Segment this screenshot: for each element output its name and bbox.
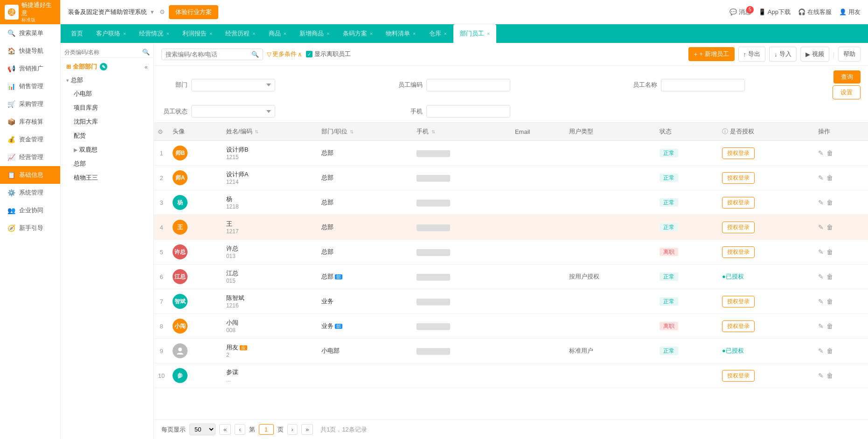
sidebar-item-purchase[interactable]: 🛒 采购管理 xyxy=(0,95,60,113)
tab-close-operation-status[interactable]: × xyxy=(166,31,169,36)
dept-collapse-icon[interactable]: « xyxy=(145,63,148,70)
delete-btn[interactable]: 🗑 xyxy=(826,223,833,231)
sidebar-item-quick-nav[interactable]: 🏠 快捷导航 xyxy=(0,42,60,60)
edit-btn[interactable]: ✎ xyxy=(818,273,824,280)
query-button[interactable]: 查询 xyxy=(833,70,861,84)
tab-home[interactable]: 首页 xyxy=(64,24,90,43)
last-page-btn[interactable]: » xyxy=(301,424,313,435)
delete-btn[interactable]: 🗑 xyxy=(826,322,833,330)
delete-btn[interactable]: 🗑 xyxy=(826,248,833,256)
dept-item-plant[interactable]: 植物王三 xyxy=(61,171,153,185)
auth-btn[interactable]: 授权登录 xyxy=(722,296,755,307)
set-button[interactable]: 设置 xyxy=(833,85,861,99)
delete-btn[interactable]: 🗑 xyxy=(826,149,833,157)
sidebar-item-guide[interactable]: 🧭 新手引导 xyxy=(0,219,60,237)
add-employee-button[interactable]: + + 新增员工 xyxy=(688,47,735,61)
dept-item-electric[interactable]: 小电部 xyxy=(61,87,153,101)
dept-search-icon[interactable]: 🔍 xyxy=(142,49,150,56)
edit-btn[interactable]: ✎ xyxy=(818,322,824,330)
tab-close-customer[interactable]: × xyxy=(123,31,126,36)
tab-close-history[interactable]: × xyxy=(252,31,255,36)
dept-all[interactable]: ⊞ 全部部门 ✎ « xyxy=(61,60,153,74)
tab-close-goods[interactable]: × xyxy=(284,31,286,36)
export-button[interactable]: ↑ 导出 xyxy=(738,47,766,62)
sidebar-item-system[interactable]: ⚙️ 系统管理 xyxy=(0,184,60,202)
emp-name-input[interactable] xyxy=(661,79,745,91)
column-settings-icon[interactable]: ⚙ xyxy=(158,128,163,135)
sidebar-item-sales[interactable]: 📊 销售管理 xyxy=(0,77,60,95)
edit-btn[interactable]: ✎ xyxy=(818,372,824,379)
sidebar-item-finance[interactable]: 💰 资金管理 xyxy=(0,131,60,148)
edit-btn[interactable]: ✎ xyxy=(818,199,824,206)
video-button[interactable]: ▶ 视频 xyxy=(800,47,829,62)
next-page-btn[interactable]: › xyxy=(287,424,298,435)
delete-btn[interactable]: 🗑 xyxy=(826,298,833,305)
edit-btn[interactable]: ✎ xyxy=(818,149,824,157)
tab-close-bom[interactable]: × xyxy=(413,31,416,36)
tab-operation-status[interactable]: 经营情况 × xyxy=(132,24,175,43)
tab-close-add-goods[interactable]: × xyxy=(326,31,329,36)
user-avatar[interactable]: 👤 用友 xyxy=(839,8,861,16)
tab-history[interactable]: 经营历程 × xyxy=(219,24,262,43)
delete-btn[interactable]: 🗑 xyxy=(826,372,833,379)
more-conditions-btn[interactable]: ▽ 更多条件 ∧ xyxy=(267,50,302,58)
page-size-select[interactable]: 50 100 200 xyxy=(189,424,215,435)
tab-add-goods[interactable]: 新增商品 × xyxy=(293,24,336,43)
app-download[interactable]: 📱 App下载 xyxy=(758,8,791,16)
sidebar-item-inventory[interactable]: 📦 库存核算 xyxy=(0,113,60,131)
dept-edit-icon[interactable]: ✎ xyxy=(100,63,107,70)
auth-btn[interactable]: 授权登录 xyxy=(722,147,755,159)
edit-btn[interactable]: ✎ xyxy=(818,298,824,305)
auth-btn[interactable]: 授权登录 xyxy=(722,321,755,332)
help-button[interactable]: 帮助 xyxy=(838,47,861,62)
delete-btn[interactable]: 🗑 xyxy=(826,174,833,181)
sidebar-item-collab[interactable]: 👥 企业协同 xyxy=(0,202,60,219)
search-icon[interactable]: 🔍 xyxy=(251,51,259,58)
delete-btn[interactable]: 🗑 xyxy=(826,347,833,355)
emp-status-select[interactable] xyxy=(191,105,275,118)
dept-item-shenyang[interactable]: 沈阳大库 xyxy=(61,115,153,129)
auth-btn[interactable]: 授权登录 xyxy=(722,246,755,258)
auth-btn[interactable]: 授权登录 xyxy=(722,222,755,233)
tab-profit[interactable]: 利润报告 × xyxy=(176,24,219,43)
dept-item-project[interactable]: 项目库房 xyxy=(61,101,153,115)
online-service[interactable]: 🎧 在线客服 xyxy=(798,8,832,16)
edit-btn[interactable]: ✎ xyxy=(818,223,824,231)
tab-close-profit[interactable]: × xyxy=(209,31,212,36)
sort-name-icon[interactable]: ⇅ xyxy=(255,129,258,134)
tab-barcode[interactable]: 条码方案 × xyxy=(336,24,379,43)
tab-goods[interactable]: 商品 × xyxy=(262,24,293,43)
sort-dept-icon[interactable]: ⇅ xyxy=(350,129,354,134)
emp-code-input[interactable] xyxy=(426,79,510,91)
tab-close-barcode[interactable]: × xyxy=(370,31,373,36)
tab-close-warehouse[interactable]: × xyxy=(444,31,447,36)
sidebar-item-marketing[interactable]: 📢 营销推广 xyxy=(0,60,60,77)
tab-close-employees[interactable]: × xyxy=(487,31,490,36)
dept-item-hq[interactable]: ▾ 总部 xyxy=(61,74,153,87)
tab-customer[interactable]: 客户联络 × xyxy=(90,24,132,43)
dept-item-shuanglu[interactable]: ▶ 双鹿想 xyxy=(61,143,153,157)
edit-btn[interactable]: ✎ xyxy=(818,347,824,355)
trial-btn[interactable]: 体验行业方案 xyxy=(169,5,218,19)
phone-input[interactable] xyxy=(426,105,510,118)
edit-btn[interactable]: ✎ xyxy=(818,248,824,256)
auth-btn[interactable]: 授权登录 xyxy=(722,197,755,209)
sidebar-item-search[interactable]: 🔍 搜索菜单 xyxy=(0,24,60,42)
tab-bom[interactable]: 物料清单 × xyxy=(379,24,422,43)
show-resigned-toggle[interactable]: ✓ 显示离职员工 xyxy=(306,50,351,58)
auth-btn[interactable]: 授权登录 xyxy=(722,370,755,382)
first-page-btn[interactable]: « xyxy=(219,424,231,435)
dept-item-distribution[interactable]: 配货 xyxy=(61,129,153,143)
sort-phone-icon[interactable]: ⇅ xyxy=(431,129,435,134)
tab-employees[interactable]: 部门员工 × xyxy=(453,24,496,43)
message-badge[interactable]: 💬 消息 5 xyxy=(729,8,751,16)
delete-btn[interactable]: 🗑 xyxy=(826,273,833,280)
edit-btn[interactable]: ✎ xyxy=(818,174,824,181)
import-button[interactable]: ↓ 导入 xyxy=(769,47,797,62)
dept-item-hq2[interactable]: 总部 xyxy=(61,157,153,171)
system-dropdown-icon[interactable]: ▾ xyxy=(151,8,154,15)
tab-warehouse[interactable]: 仓库 × xyxy=(423,24,453,43)
delete-btn[interactable]: 🗑 xyxy=(826,199,833,206)
sidebar-item-basic-info[interactable]: 📋 基础信息 xyxy=(0,166,60,184)
settings-icon[interactable]: ⚙ xyxy=(160,8,165,15)
